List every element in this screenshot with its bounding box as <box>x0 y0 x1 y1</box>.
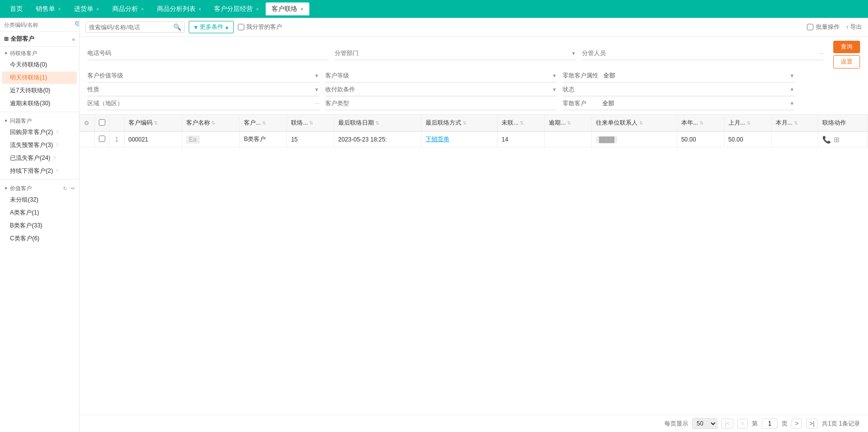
nav-purchase-close[interactable]: × <box>96 6 99 12</box>
th-uncontacted-sort-icon: ⇅ <box>520 121 524 126</box>
filter-row-4: 区域（地区） ··· 客户类型 零散客户 全部 ▼ <box>87 99 860 110</box>
filter-retail-customer: 零散客户 全部 ▼ <box>563 99 795 110</box>
chevron-up-icon: ▲ <box>224 24 229 30</box>
th-this-month[interactable]: 本月... ⇅ <box>771 115 818 132</box>
export-btn[interactable]: ↑ 导出 <box>846 23 862 31</box>
refresh-icon[interactable]: ↻ <box>63 186 67 191</box>
th-last-contact-way[interactable]: 最后联络方式 ⇅ <box>422 115 498 132</box>
th-this-year-sort-icon: ⇅ <box>700 121 704 126</box>
table-container: ⚙ 客户编码 ⇅ 客户名称 ⇅ <box>79 115 868 415</box>
sidebar-item-ungrouped[interactable]: 未分组(32) <box>2 194 77 206</box>
nav-customer-segment-close[interactable]: × <box>256 6 259 12</box>
sidebar-item-class-c[interactable]: C类客户(6) <box>2 232 77 245</box>
group-pending-contact[interactable]: ▼ 待联络客户 <box>0 47 79 58</box>
batch-op-btn[interactable]: 批量操作 <box>807 23 840 31</box>
td-code: 000021 <box>124 132 182 147</box>
sidebar-item-today[interactable]: 今天待联络(0) <box>2 59 77 71</box>
gender-dropdown-icon[interactable]: ▼ <box>314 87 319 92</box>
triangle-down-icon2: ▼ <box>4 119 8 123</box>
th-level[interactable]: 客户... ⇅ <box>240 115 287 132</box>
nav-customer-contact-close[interactable]: × <box>300 6 303 12</box>
page-input[interactable] <box>762 419 778 429</box>
td-checkbox[interactable] <box>94 132 109 147</box>
th-last-month[interactable]: 上月... ⇅ <box>724 115 771 132</box>
row-checkbox[interactable] <box>99 136 105 142</box>
action-grid-icon[interactable]: ⊞ <box>834 136 840 144</box>
th-checkbox[interactable] <box>94 115 109 132</box>
sidebar-all-customers[interactable]: ⊞ 全部客户 « <box>0 32 79 47</box>
nav-sales[interactable]: 销售单 × <box>30 2 67 15</box>
next-page-btn[interactable]: > <box>792 419 802 429</box>
sidebar-item-churn-warning[interactable]: 流失预警客户(3) ？ <box>2 139 77 151</box>
nav-product-analysis-list-close[interactable]: × <box>199 6 202 12</box>
nav-product-analysis-close[interactable]: × <box>141 6 144 12</box>
payment-dropdown-icon[interactable]: ▼ <box>552 87 557 92</box>
th-contacts-sort-icon: ⇅ <box>309 121 313 126</box>
nav-sales-close[interactable]: × <box>58 6 61 12</box>
sidebar-item-class-b[interactable]: B类客户(33) <box>2 219 77 232</box>
action-phone-icon[interactable]: 📞 <box>822 136 831 144</box>
th-contacts[interactable]: 联络... ⇅ <box>287 115 334 132</box>
th-name[interactable]: 客户名称 ⇅ <box>182 115 239 132</box>
nav-customer-contact[interactable]: 客户联络 × <box>266 2 309 15</box>
last-page-btn[interactable]: >| <box>806 419 818 429</box>
th-overdue[interactable]: 逾期... ⇅ <box>545 115 592 132</box>
edit-icon[interactable]: ✏ <box>71 186 75 191</box>
nav-product-analysis[interactable]: 商品分析 × <box>106 2 150 15</box>
sidebar-item-class-a[interactable]: A类客户(1) <box>2 207 77 219</box>
sidebar-search-input[interactable] <box>4 22 72 28</box>
batch-checkbox[interactable] <box>807 24 813 30</box>
search-icon[interactable]: 🔍 <box>173 23 181 31</box>
th-uncontacted[interactable]: 未联... ⇅ <box>498 115 545 132</box>
nav-customer-segment[interactable]: 客户分层经营 × <box>208 2 265 15</box>
group-problem-customers[interactable]: ▼ 问题客户 <box>0 114 79 126</box>
collapse-all-icon[interactable]: « <box>72 36 75 42</box>
nav-purchase-label: 进货单 <box>74 4 93 13</box>
value-level-dropdown-icon[interactable]: ▼ <box>314 73 319 78</box>
settings-button[interactable]: 设置 <box>833 55 860 69</box>
sidebar-item-7days-label: 近7天待联络(0) <box>10 87 50 94</box>
main-search-input[interactable] <box>89 24 173 31</box>
my-customers-check[interactable]: 我分管的客户 <box>238 23 282 31</box>
th-overdue-sort-icon: ⇅ <box>567 121 571 126</box>
sidebar-item-tomorrow[interactable]: 明天待联络(1) <box>2 72 77 84</box>
nav-purchase[interactable]: 进货单 × <box>68 2 105 15</box>
question-icon1: ？ <box>55 130 60 135</box>
region-more-icon[interactable]: ··· <box>315 101 319 106</box>
th-this-year[interactable]: 本年... ⇅ <box>677 115 724 132</box>
query-button[interactable]: 查询 <box>833 41 860 53</box>
status-dropdown-icon[interactable]: ▼ <box>790 87 795 92</box>
group-value-customers[interactable]: ▼ 价值客户 ↻ ✏ <box>0 182 79 193</box>
region-label: 区域（地区） <box>87 99 123 108</box>
sidebar-search-icon[interactable]: 🔍 <box>74 21 79 28</box>
customer-name-blur: Ea <box>186 136 200 144</box>
last-contact-way-link[interactable]: 下销货单 <box>426 136 449 143</box>
retail-customer-dropdown-icon[interactable]: ▼ <box>790 101 795 106</box>
sidebar: 🔍 ⊞ 全部客户 « ▼ 待联络客户 今天待联络(0) 明天待联络(1) 近7天… <box>0 18 79 432</box>
select-all-checkbox[interactable] <box>99 119 105 126</box>
sidebar-item-churned[interactable]: 已流失客户(24) ？ <box>2 152 77 164</box>
sidebar-item-7days[interactable]: 近7天待联络(0) <box>2 84 77 97</box>
retail-attr-dropdown-icon[interactable]: ▼ <box>790 73 795 78</box>
sidebar-item-repurchase-abnormal[interactable]: 回购异常客户(2) ？ <box>2 126 77 139</box>
th-code[interactable]: 客户编码 ⇅ <box>124 115 182 132</box>
my-customers-checkbox[interactable] <box>238 24 244 30</box>
sidebar-item-declining[interactable]: 持续下滑客户(2) ？ <box>2 165 77 177</box>
prev-page-btn[interactable]: < <box>737 419 748 429</box>
th-settings[interactable]: ⚙ <box>79 115 94 132</box>
department-dropdown-icon[interactable]: ▼ <box>571 51 576 56</box>
th-unit-contact-sort-icon: ⇅ <box>639 121 643 126</box>
first-page-btn[interactable]: |< <box>722 419 733 429</box>
page-size-select[interactable]: 50 100 200 <box>692 418 718 429</box>
customer-level-dropdown-icon[interactable]: ▼ <box>552 73 557 78</box>
manager-label: 分管人员 <box>582 49 617 58</box>
th-last-contact-date[interactable]: 最后联络日期 ⇅ <box>334 115 422 132</box>
more-conditions-btn[interactable]: ▼ 更多条件 ▲ <box>189 21 234 33</box>
repurchase-abnormal-label: 回购异常客户(2) <box>10 129 53 136</box>
nav-home[interactable]: 首页 <box>4 2 29 15</box>
sidebar-item-overdue[interactable]: 逾期未联络(30) <box>2 97 77 110</box>
filter-value-level: 客户价值等级 ▼ <box>87 72 319 82</box>
nav-product-analysis-list[interactable]: 商品分析列表 × <box>151 2 208 15</box>
manager-more-icon[interactable]: ··· <box>819 51 823 56</box>
th-unit-contact[interactable]: 往来单位联系人 ⇅ <box>592 115 677 132</box>
